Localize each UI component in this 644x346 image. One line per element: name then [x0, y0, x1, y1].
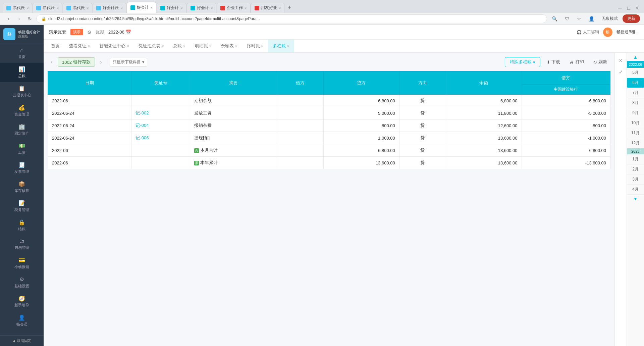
settings-gear-icon[interactable]: ⚙	[87, 30, 92, 35]
sidebar-item-settings[interactable]: ⚙ 基础设置	[0, 273, 44, 292]
cal-month-feb[interactable]: 2月	[627, 164, 644, 175]
back-button[interactable]: ‹	[4, 14, 13, 23]
prev-account-button[interactable]: ‹	[48, 58, 56, 66]
cal-nav-down[interactable]: ▼	[627, 195, 644, 203]
reload-button[interactable]: ↻	[25, 14, 34, 23]
tab-close-4[interactable]: ×	[120, 6, 122, 10]
cell-voucher[interactable]: 记-006	[131, 132, 190, 144]
search-icon[interactable]: 🔍	[549, 15, 560, 23]
cal-month-mar[interactable]: 3月	[627, 175, 644, 185]
cal-month-nov[interactable]: 11月	[627, 128, 644, 138]
account-tag[interactable]: 1002 银行存款	[58, 57, 95, 67]
tab-close-3[interactable]: ×	[87, 6, 89, 10]
smart-voucher-close[interactable]: ×	[127, 44, 129, 48]
cal-month-dec[interactable]: 12月	[627, 138, 644, 148]
cell-voucher[interactable]: 记-002	[131, 107, 190, 119]
tab-yidaizhang-2[interactable]: 易代账 ×	[33, 3, 62, 13]
period-value[interactable]: 2022-06 📅	[108, 30, 131, 35]
sidebar-item-funds[interactable]: 💰 资金管理	[0, 101, 44, 120]
demo-badge[interactable]: 演示	[70, 29, 83, 35]
multi-column-close[interactable]: ×	[287, 44, 289, 48]
tab-multi-column[interactable]: 多栏账 ×	[268, 40, 294, 53]
user-avatar[interactable]: 畅	[603, 28, 612, 37]
tab-close-9[interactable]: ×	[279, 6, 281, 10]
voucher-summary-close[interactable]: ×	[162, 44, 164, 48]
tab-close-icon[interactable]: ×	[26, 6, 29, 10]
tab-close-6[interactable]: ×	[180, 6, 182, 10]
bookmark-icon[interactable]: ☆	[574, 15, 584, 23]
new-tab-button[interactable]: +	[285, 3, 294, 12]
sidebar-item-tax[interactable]: 📝 税务管理	[0, 197, 44, 216]
shield-icon[interactable]: 🛡	[562, 15, 572, 23]
tab-general-ledger[interactable]: 总账 ×	[168, 40, 190, 53]
customer-service[interactable]: 🎧 人工咨询	[577, 29, 599, 35]
tab-haohuiji-1[interactable]: 好会计账 ×	[93, 3, 126, 13]
incognito-icon[interactable]: 无痕模式	[599, 14, 621, 23]
update-button[interactable]: 更新	[623, 14, 640, 23]
refresh-button[interactable]: ↻ 刷新	[590, 57, 610, 67]
tab-minimize[interactable]: ─	[615, 4, 624, 12]
tab-journal[interactable]: 序时账 ×	[242, 40, 268, 53]
cal-nav-up[interactable]: ▲	[627, 53, 644, 61]
cal-month-may[interactable]: 5月	[627, 68, 644, 78]
sub-filter-button[interactable]: 只显示下级科目 ▾	[110, 58, 147, 67]
tab-enterprise[interactable]: 企业工作 ×	[217, 3, 250, 13]
sidebar-item-invoice[interactable]: 🧾 发票管理	[0, 158, 44, 178]
cal-month-apr[interactable]: 4月	[627, 185, 644, 195]
sidebar-item-ledger[interactable]: 📊 总账	[0, 63, 44, 82]
cal-month-sep[interactable]: 9月	[627, 108, 644, 118]
cancel-pin-button[interactable]: ◄ 取消固定	[0, 335, 44, 346]
panel-close-button[interactable]: ×	[617, 56, 624, 66]
profile-icon[interactable]: 👤	[586, 15, 597, 23]
year-summary-text: 本年累计	[200, 160, 218, 165]
tab-yonyou[interactable]: 用友好业 ×	[251, 3, 284, 13]
tab-detail-ledger[interactable]: 明细账 ×	[190, 40, 216, 53]
cell-voucher[interactable]: 记-004	[131, 119, 190, 132]
journal-close[interactable]: ×	[261, 44, 263, 48]
tab-haohuiji-active[interactable]: 好会计 ×	[127, 2, 156, 13]
print-button[interactable]: 🖨 打印	[566, 57, 587, 67]
panel-expand-button[interactable]: ⤢	[617, 67, 625, 77]
tab-yidaizhang-3[interactable]: 易代账 ×	[63, 3, 92, 13]
sidebar-item-reports[interactable]: 📋 云报表中心	[0, 82, 44, 101]
sidebar-item-inventory[interactable]: 📦 库存核算	[0, 178, 44, 197]
sidebar-item-home[interactable]: ⌂ 首页	[0, 44, 44, 63]
tab-yidaizhang-1[interactable]: 易代账 ×	[3, 3, 32, 13]
tab-view-voucher[interactable]: 查看凭证 ×	[64, 40, 95, 53]
cal-month-jun-active[interactable]: 6月	[627, 78, 644, 88]
tab-close-window[interactable]: ×	[633, 4, 641, 12]
forward-button[interactable]: ›	[15, 14, 23, 23]
view-voucher-close[interactable]: ×	[88, 44, 90, 48]
general-ledger-close[interactable]: ×	[183, 44, 185, 48]
tab-voucher-summary[interactable]: 凭证汇总表 ×	[134, 40, 168, 53]
tab-close-2[interactable]: ×	[56, 6, 58, 10]
sidebar-item-member[interactable]: 👤 畅会员	[0, 311, 44, 330]
tab-smart-voucher[interactable]: 智能凭证中心 ×	[95, 40, 133, 53]
tab-maximize[interactable]: □	[625, 4, 633, 12]
cal-month-oct[interactable]: 10月	[627, 118, 644, 128]
sidebar-item-archive[interactable]: 🗂 归档管理	[0, 235, 44, 254]
next-account-button[interactable]: ›	[97, 58, 105, 66]
download-button[interactable]: ⬇ 下载	[543, 57, 564, 67]
sidebar-item-close[interactable]: 🔒 结账	[0, 216, 44, 235]
cal-month-aug[interactable]: 8月	[627, 98, 644, 108]
tab-close-7[interactable]: ×	[211, 6, 213, 10]
tab-haohuiji-2[interactable]: 好会计 ×	[157, 3, 186, 13]
sidebar-item-assets[interactable]: 🏢 固定资产	[0, 120, 44, 139]
address-bar[interactable]: 🔒 cloud2.chanjet.com/accounting/uh26t264…	[36, 14, 547, 23]
sidebar-item-guide[interactable]: 🧭 新手引导	[0, 292, 44, 311]
tab-close-5[interactable]: ×	[151, 6, 153, 10]
cal-month-jul[interactable]: 7月	[627, 88, 644, 98]
sidebar-item-payroll[interactable]: 💵 工资	[0, 139, 44, 158]
tax-label: 税务管理	[14, 207, 29, 212]
tab-balance[interactable]: 余额表 ×	[216, 40, 242, 53]
sidebar-item-expense[interactable]: 💳 小畅报销	[0, 254, 44, 273]
cal-month-jan[interactable]: 1月	[627, 154, 644, 164]
tab-close-8[interactable]: ×	[245, 6, 247, 10]
detail-ledger-close[interactable]: ×	[209, 44, 211, 48]
tab-home[interactable]: 首页	[46, 40, 64, 53]
tab-label: 易代账	[13, 5, 25, 11]
multi-col-btn[interactable]: 特殊多栏账 ▾	[505, 57, 540, 67]
balance-close[interactable]: ×	[235, 44, 237, 48]
tab-haohuiji-3[interactable]: 好会计 ×	[187, 3, 216, 13]
